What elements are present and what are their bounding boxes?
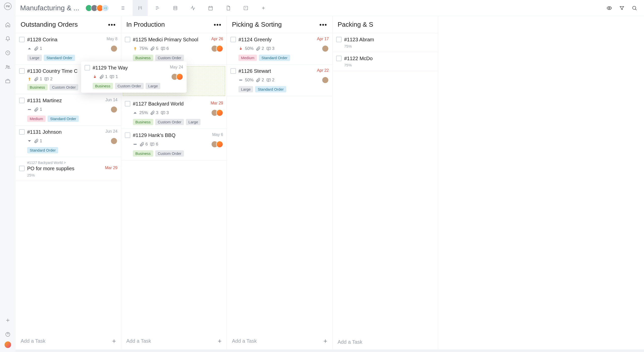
view-alert-icon[interactable] (238, 0, 253, 16)
task-card[interactable]: #1124 GreenlyApr 1750%23MediumStandard O… (227, 33, 332, 65)
comment-count[interactable]: 6 (160, 46, 169, 51)
task-assignees[interactable] (322, 77, 329, 84)
parent-task-link[interactable]: #1127 Backyard World > (27, 161, 117, 165)
project-title[interactable]: Manufacturing & ... (20, 4, 79, 12)
task-checkbox[interactable] (19, 98, 25, 103)
tag[interactable]: Standard Order (48, 116, 78, 122)
task-card[interactable]: #1131 MartinezJun 141MediumStandard Orde… (16, 94, 121, 126)
add-task-button[interactable]: Add a Task+ (227, 333, 332, 349)
attachment-count[interactable]: 5 (150, 46, 158, 51)
task-assignees[interactable] (110, 137, 117, 145)
tag[interactable]: Custom Order (155, 119, 184, 125)
tag[interactable]: Medium (27, 116, 46, 122)
task-checkbox[interactable] (19, 68, 25, 74)
filter-icon[interactable] (617, 3, 627, 13)
task-card[interactable]: #1123 Abram75% (333, 33, 438, 52)
attachment-count[interactable]: 1 (34, 138, 42, 144)
tag[interactable]: Standard Order (27, 147, 58, 153)
task-checkbox[interactable] (336, 56, 342, 61)
tag[interactable]: Custom Order (155, 55, 184, 61)
tag[interactable]: Custom Order (115, 83, 144, 89)
help-icon[interactable] (5, 331, 11, 337)
task-checkbox[interactable] (336, 37, 342, 42)
attachment-count[interactable]: 3 (150, 110, 158, 115)
task-assignees[interactable] (110, 106, 117, 113)
add-task-button[interactable]: Add a Task+ (16, 333, 121, 349)
view-list-icon[interactable] (115, 0, 130, 16)
task-card[interactable]: #1127 Backyard WorldMar 2925%33BusinessC… (121, 97, 227, 129)
column-menu-icon[interactable]: ••• (108, 21, 116, 28)
task-checkbox[interactable] (230, 37, 236, 42)
task-checkbox[interactable] (125, 101, 130, 107)
comment-count[interactable]: 6 (150, 142, 158, 147)
tag[interactable]: Business (133, 55, 153, 61)
add-task-button[interactable]: Add a Task (333, 335, 438, 349)
task-assignees[interactable] (211, 109, 223, 116)
tag[interactable]: Medium (238, 55, 257, 61)
task-checkbox[interactable] (125, 132, 130, 138)
people-icon[interactable] (5, 64, 11, 70)
task-checkbox[interactable] (19, 37, 25, 42)
profile-avatar[interactable] (5, 341, 11, 348)
task-assignees[interactable] (211, 45, 223, 52)
comment-count[interactable]: 2 (266, 78, 274, 83)
task-assignees[interactable] (110, 45, 117, 52)
tag[interactable]: Standard Order (259, 55, 290, 61)
search-icon[interactable] (629, 3, 639, 13)
tag[interactable]: Custom Order (155, 150, 184, 157)
tag[interactable]: Standard Order (255, 86, 286, 92)
task-card[interactable]: #1122 McDo75% (333, 52, 438, 71)
horizontal-scrollbar[interactable] (16, 349, 644, 352)
comment-count[interactable]: 1 (109, 74, 118, 79)
comment-count[interactable]: 2 (44, 77, 52, 82)
project-members[interactable]: +1 (85, 5, 109, 12)
view-file-icon[interactable] (221, 0, 236, 16)
tag[interactable]: Large (27, 55, 42, 61)
comment-count[interactable]: 3 (160, 110, 169, 115)
tag[interactable]: Business (133, 119, 153, 125)
task-checkbox[interactable] (85, 65, 90, 71)
brand-logo[interactable]: PM (4, 3, 12, 10)
home-icon[interactable] (5, 22, 11, 28)
task-card[interactable]: #1127 Backyard World >PO for more suppli… (16, 157, 121, 181)
tag[interactable]: Standard Order (44, 55, 75, 61)
add-view-icon[interactable] (256, 0, 271, 16)
view-calendar-icon[interactable] (203, 0, 218, 16)
attachment-count[interactable]: 2 (256, 78, 264, 83)
view-table-icon[interactable] (168, 0, 183, 16)
comment-count[interactable]: 3 (266, 46, 274, 51)
attachment-count[interactable]: 1 (34, 46, 42, 51)
tag[interactable]: Business (93, 83, 113, 89)
task-assignees[interactable] (171, 73, 183, 80)
dragging-task-card[interactable]: #1129 The WayMay 2411BusinessCustom Orde… (81, 61, 187, 93)
add-task-button[interactable]: Add a Task+ (121, 333, 227, 349)
view-board-icon[interactable] (133, 0, 148, 16)
task-assignees[interactable] (211, 141, 223, 148)
attachment-count[interactable]: 1 (34, 77, 42, 82)
tag[interactable]: Business (133, 150, 153, 157)
view-activity-icon[interactable] (185, 0, 200, 16)
column-menu-icon[interactable]: ••• (214, 21, 222, 28)
tag[interactable]: Large (238, 86, 253, 92)
tag[interactable]: Large (146, 83, 160, 89)
attachment-count[interactable]: 6 (139, 142, 148, 147)
attachment-count[interactable]: 1 (34, 107, 42, 112)
tag[interactable]: Custom Order (50, 84, 78, 90)
briefcase-icon[interactable] (5, 78, 11, 84)
task-checkbox[interactable] (125, 37, 130, 42)
plus-icon[interactable] (5, 317, 11, 323)
clock-icon[interactable] (5, 50, 11, 56)
tag[interactable]: Business (27, 84, 48, 90)
task-checkbox[interactable] (19, 129, 25, 135)
task-checkbox[interactable] (19, 166, 25, 171)
view-gantt-icon[interactable] (150, 0, 165, 16)
task-card[interactable]: #1128 CorinaMay 81LargeStandard Order (16, 33, 121, 65)
task-checkbox[interactable] (230, 68, 236, 74)
task-card[interactable]: #1126 StewartApr 2250%22LargeStandard Or… (227, 65, 332, 96)
visibility-icon[interactable] (604, 3, 614, 13)
task-card[interactable]: #1129 Hank's BBQMay 666BusinessCustom Or… (121, 129, 227, 160)
attachment-count[interactable]: 2 (256, 46, 264, 51)
column-menu-icon[interactable]: ••• (319, 21, 327, 28)
task-card[interactable]: #1125 Medici Primary SchoolApr 2675%56Bu… (121, 33, 227, 65)
attachment-count[interactable]: 1 (99, 74, 107, 79)
